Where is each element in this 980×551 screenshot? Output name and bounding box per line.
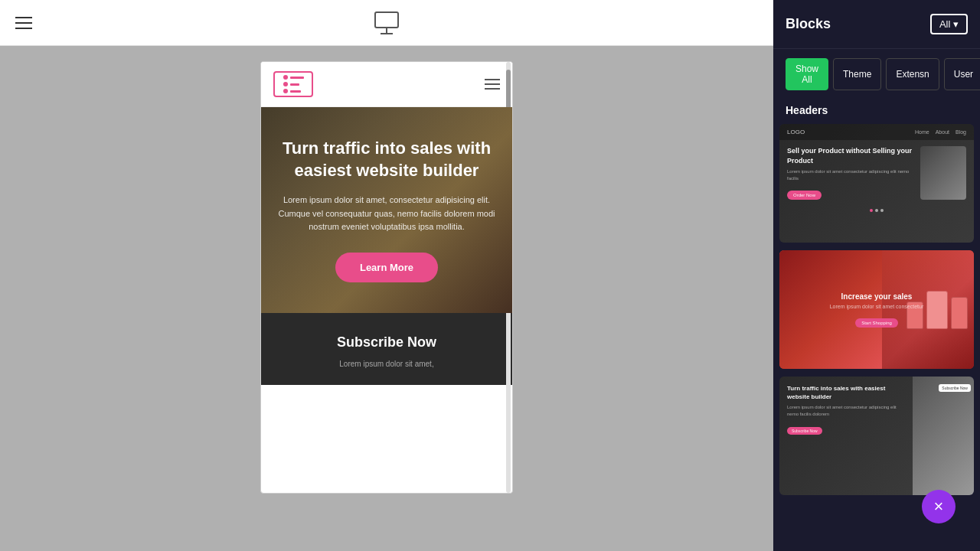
- tab-user[interactable]: User: [944, 58, 980, 90]
- block-preview-3[interactable]: Turn traffic into sales with easiest web…: [779, 377, 974, 495]
- learn-more-button[interactable]: Learn More: [335, 253, 438, 282]
- bp2-cta-button: Start Shopping: [855, 318, 898, 328]
- tab-extension[interactable]: Extensn: [886, 58, 939, 90]
- mobile-hamburger-icon[interactable]: [485, 79, 500, 90]
- bp1-text-col: Sell your Product without Selling your P…: [787, 146, 914, 200]
- logo-lines-icon: [283, 75, 304, 93]
- hero-body: Lorem ipsum dolor sit amet, consectetur …: [276, 194, 497, 234]
- bp1-nav: Home About Blog: [915, 129, 966, 135]
- close-icon: ×: [934, 498, 944, 515]
- sidebar-header: Blocks All ▾: [773, 0, 980, 49]
- bp2-content: Increase your sales Lorem ipsum dolor si…: [822, 285, 932, 335]
- block-previews-list: LOGO Home About Blog Sell your Product w…: [773, 124, 980, 505]
- headers-section-title: Headers: [773, 99, 980, 124]
- bp1-cta-button: Order Now: [787, 191, 822, 200]
- bp3-subtitle: Lorem ipsum dolor sit amet consectetur a…: [787, 404, 905, 417]
- bp1-image: [920, 146, 966, 200]
- block-preview-2[interactable]: Increase your sales Lorem ipsum dolor si…: [779, 250, 974, 369]
- bp3-title: Turn traffic into sales with easiest web…: [787, 384, 905, 401]
- mobile-subscribe-section: Subscribe Now Lorem ipsum dolor sit amet…: [261, 313, 512, 385]
- subscribe-heading: Subscribe Now: [276, 334, 497, 350]
- block-2-visual: Increase your sales Lorem ipsum dolor si…: [779, 250, 974, 369]
- monitor-icon[interactable]: [374, 11, 399, 34]
- subscribe-body: Lorem ipsum dolor sit amet,: [276, 358, 497, 370]
- block-3-visual: Turn traffic into sales with easiest web…: [779, 377, 974, 495]
- bp1-subtitle: Lorem ipsum dolor sit amet consectetur a…: [787, 168, 914, 181]
- logo-card: [273, 71, 313, 97]
- bp3-cta-button: Subscribe Now: [787, 427, 822, 435]
- mobile-hero-section: Turn traffic into sales with easiest web…: [261, 107, 512, 313]
- sidebar-tabs: Show All Theme Extensn User: [773, 49, 980, 99]
- block-preview-1[interactable]: LOGO Home About Blog Sell your Product w…: [779, 124, 974, 243]
- toolbar: [0, 0, 773, 46]
- block-1-visual: LOGO Home About Blog Sell your Product w…: [779, 124, 974, 243]
- mobile-preview-frame: Turn traffic into sales with easiest web…: [260, 61, 513, 494]
- bp1-dots: [779, 206, 974, 215]
- bp3-bg-image: [913, 377, 974, 495]
- bp2-title: Increase your sales: [830, 292, 924, 301]
- bp3-left: Turn traffic into sales with easiest web…: [779, 377, 913, 495]
- bp3-subscribe-label: Subscribe Now: [939, 384, 971, 392]
- hero-heading: Turn traffic into sales with easiest web…: [276, 138, 497, 181]
- tab-theme[interactable]: Theme: [833, 58, 881, 90]
- close-fab-button[interactable]: ×: [922, 490, 956, 523]
- mobile-logo: [273, 71, 313, 97]
- bp2-subtitle: Lorem ipsum dolor sit amet consectetur: [830, 304, 924, 309]
- hamburger-menu-icon[interactable]: [15, 17, 32, 29]
- blocks-title: Blocks: [786, 16, 831, 32]
- bp3-right: Subscribe Now: [913, 377, 974, 495]
- bp1-title: Sell your Product without Selling your P…: [787, 146, 914, 165]
- all-dropdown-button[interactable]: All ▾: [930, 14, 968, 34]
- bp1-logo: LOGO: [787, 129, 805, 135]
- preview-canvas: Turn traffic into sales with easiest web…: [0, 46, 773, 551]
- mobile-nav: [261, 62, 512, 107]
- hero-content: Turn traffic into sales with easiest web…: [276, 138, 497, 282]
- tab-show-all[interactable]: Show All: [786, 58, 828, 90]
- blocks-sidebar: Blocks All ▾ Show All Theme Extensn User…: [773, 0, 980, 551]
